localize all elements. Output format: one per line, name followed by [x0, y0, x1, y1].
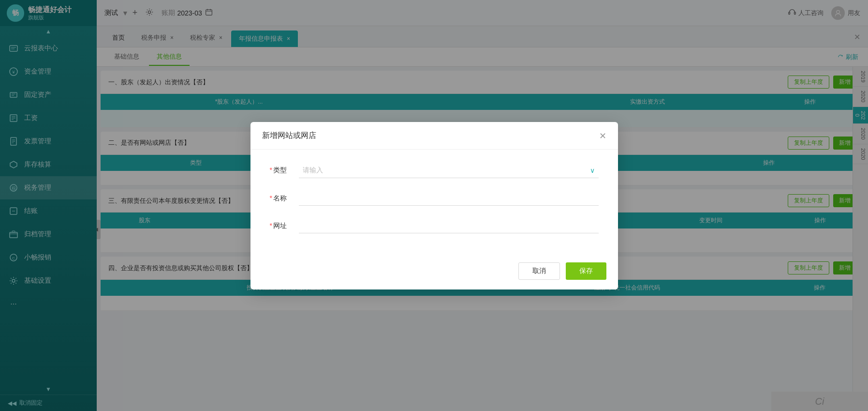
- url-label: *网址: [270, 222, 299, 230]
- cancel-button[interactable]: 取消: [518, 262, 560, 280]
- modal-field-name: *名称: [270, 192, 599, 206]
- type-label: *类型: [270, 166, 299, 175]
- modal-field-url: *网址: [270, 219, 599, 233]
- modal-header: 新增网站或网店 ✕: [250, 122, 618, 150]
- type-dropdown-icon: ∨: [590, 167, 595, 174]
- modal-footer: 取消 保存: [250, 257, 618, 289]
- save-button[interactable]: 保存: [566, 262, 606, 280]
- name-input[interactable]: [299, 192, 599, 206]
- type-select[interactable]: 请输入 ∨: [299, 163, 599, 178]
- add-website-modal: 新增网站或网店 ✕ *类型 请输入 ∨ *名称 *网址: [250, 122, 618, 289]
- type-placeholder: 请输入: [303, 166, 590, 175]
- modal-body: *类型 请输入 ∨ *名称 *网址: [250, 150, 618, 257]
- modal-field-type: *类型 请输入 ∨: [270, 163, 599, 178]
- modal-title: 新增网站或网店: [262, 131, 316, 141]
- name-label: *名称: [270, 194, 299, 203]
- url-input[interactable]: [299, 219, 599, 233]
- modal-close-button[interactable]: ✕: [599, 131, 606, 141]
